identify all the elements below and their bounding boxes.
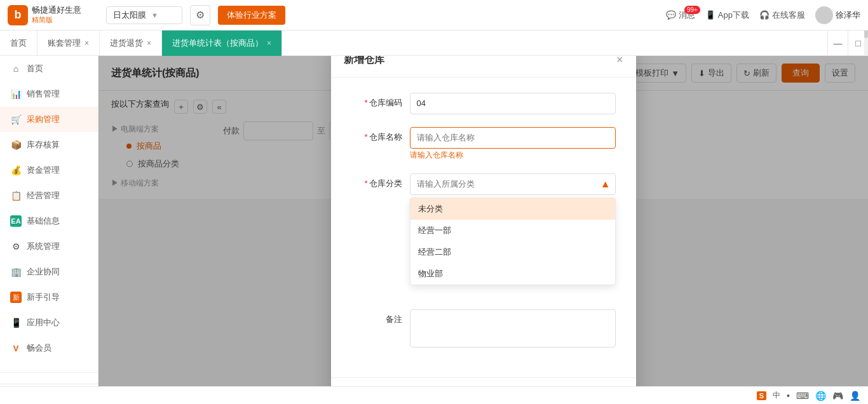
inventory-icon: 📦	[10, 139, 22, 151]
name-error-msg: 请输入仓库名称	[410, 150, 616, 161]
content-area: 进货单统计(按商品) 🖨 按模板打印 ▼ ⬇ 导出 ↻ 刷新 查询	[98, 56, 868, 404]
sidebar-divider	[0, 372, 98, 373]
status-keyboard-icon: ⌨	[796, 391, 809, 401]
tab-controls: — □	[827, 30, 868, 56]
sidebar-item-enterprise[interactable]: 🏢 企业协同	[0, 259, 98, 285]
gear-icon: ⚙	[196, 9, 205, 21]
sidebar-item-operations-label: 经营管理	[27, 190, 60, 201]
status-user-icon: 👤	[850, 391, 860, 401]
sidebar-item-system-label: 系统管理	[27, 241, 60, 252]
vip-icon: V	[10, 342, 22, 354]
sidebar-item-basic[interactable]: EA 基础信息	[0, 208, 98, 234]
status-gamepad-icon: 🎮	[832, 391, 843, 401]
form-row-code: 仓库编码	[351, 93, 616, 114]
top-right: 💬 消息 99+ 📱 App下载 🎧 在线客服 徐泽华	[666, 6, 860, 24]
status-icon-s: S	[757, 391, 766, 400]
home-icon: ⌂	[10, 63, 22, 74]
online-service-button[interactable]: 🎧 在线客服	[759, 10, 805, 21]
tab-purchase-return-label: 进货退货	[110, 37, 143, 49]
store-selector[interactable]: 日太阳膜 ▼	[106, 6, 182, 24]
code-input[interactable]	[410, 93, 616, 114]
sidebar-item-guide[interactable]: 新 新手引导	[0, 285, 98, 310]
sidebar-item-finance-label: 资金管理	[27, 165, 60, 176]
username: 徐泽华	[836, 10, 860, 21]
sales-icon: 📊	[10, 88, 22, 100]
logo-area: b 畅捷通好生意 精简版	[8, 5, 106, 25]
app-download-label: App下载	[718, 10, 749, 21]
sidebar-item-home-label: 首页	[27, 63, 43, 74]
tab-purchase-return[interactable]: 进货退货 ×	[100, 30, 162, 56]
store-name: 日太阳膜	[113, 10, 146, 21]
status-icon-dot: •	[787, 391, 790, 401]
code-field-wrap	[410, 93, 616, 114]
sidebar-item-vip-label: 畅会员	[27, 342, 51, 354]
sidebar-item-home[interactable]: ⌂ 首页	[0, 56, 98, 81]
status-globe-icon: 🌐	[815, 391, 826, 401]
notes-textarea[interactable]	[410, 309, 616, 347]
finance-icon: 💰	[10, 165, 22, 176]
tab-accounts[interactable]: 账套管理 ×	[37, 30, 100, 56]
avatar	[815, 6, 833, 24]
status-icon-zh: 中	[773, 390, 780, 401]
modal-header: 新增仓库 ×	[331, 56, 636, 77]
name-input[interactable]	[410, 127, 616, 149]
message-icon: 💬	[666, 10, 676, 20]
tab-home[interactable]: 首页	[0, 30, 37, 56]
form-row-name: 仓库名称 请输入仓库名称	[351, 127, 616, 161]
message-button[interactable]: 💬 消息 99+	[666, 10, 695, 21]
app-edition: 精简版	[32, 15, 81, 25]
sidebar-item-sales[interactable]: 📊 销售管理	[0, 81, 98, 107]
form-row-notes: 备注	[351, 309, 616, 349]
tab-accounts-label: 账套管理	[48, 37, 81, 49]
dropdown-item-ops1[interactable]: 经营一部	[410, 220, 615, 241]
message-badge: 99+	[684, 6, 700, 14]
dropdown-item-uncategorized[interactable]: 未分类	[410, 198, 615, 220]
status-bar: S 中 • ⌨ 🌐 🎮 👤	[0, 386, 868, 404]
category-input[interactable]	[410, 173, 616, 195]
main-layout: ⌂ 首页 📊 销售管理 🛒 采购管理 📦 库存核算 💰 资金管理 📋 经营管理 …	[0, 56, 868, 404]
store-arrow: ▼	[151, 11, 158, 19]
headset-icon: 🎧	[759, 10, 770, 20]
category-dropdown: 未分类 经营一部 经营二部 物业部	[410, 198, 616, 285]
category-field-wrap: ▲ 未分类 经营一部 经营二部	[410, 173, 616, 195]
app-name: 畅捷通好生意	[32, 5, 81, 16]
code-label: 仓库编码	[351, 93, 402, 109]
sidebar-item-apps-label: 应用中心	[27, 317, 60, 328]
sidebar-item-purchase[interactable]: 🛒 采购管理	[0, 107, 98, 132]
apps-icon: 📱	[10, 317, 22, 328]
sidebar-item-inventory[interactable]: 📦 库存核算	[0, 132, 98, 158]
tab-home-label: 首页	[10, 37, 27, 49]
top-bar: b 畅捷通好生意 精简版 日太阳膜 ▼ ⚙ 体验行业方案 💬 消息 99+ 📱 …	[0, 0, 868, 30]
basic-icon: EA	[10, 215, 22, 227]
tab-purchase-stats-label: 进货单统计表（按商品）	[172, 37, 263, 49]
sidebar-item-system[interactable]: ⚙ 系统管理	[0, 234, 98, 259]
gear-button[interactable]: ⚙	[190, 5, 210, 25]
sidebar-item-apps[interactable]: 📱 应用中心	[0, 310, 98, 335]
top-actions: ⚙ 体验行业方案	[190, 5, 285, 25]
sidebar-item-vip[interactable]: V 畅会员	[0, 335, 98, 361]
online-service-label: 在线客服	[772, 10, 805, 21]
form-row-category: 仓库分类 ▲ 未分类 经营一部	[351, 173, 616, 195]
user-profile[interactable]: 徐泽华	[815, 6, 860, 24]
name-label: 仓库名称	[351, 127, 402, 143]
notes-field-wrap	[410, 309, 616, 349]
app-download-icon: 📱	[705, 10, 715, 20]
guide-icon: 新	[10, 292, 22, 303]
new-warehouse-modal: 新增仓库 × 仓库编码 仓库名称	[331, 56, 636, 404]
tab-purchase-stats-close[interactable]: ×	[267, 39, 271, 48]
modal-close-button[interactable]: ×	[616, 56, 623, 67]
dropdown-item-property[interactable]: 物业部	[410, 263, 615, 285]
tab-purchase-return-close[interactable]: ×	[147, 39, 151, 48]
experience-button[interactable]: 体验行业方案	[218, 6, 285, 25]
dropdown-item-ops2[interactable]: 经营二部	[410, 241, 615, 263]
sidebar-item-operations[interactable]: 📋 经营管理	[0, 183, 98, 208]
tab-minimize[interactable]: —	[827, 30, 848, 56]
app-download-button[interactable]: 📱 App下载	[705, 10, 749, 21]
enterprise-icon: 🏢	[10, 266, 22, 278]
tab-accounts-close[interactable]: ×	[85, 39, 89, 48]
tab-purchase-stats[interactable]: 进货单统计表（按商品） ×	[162, 30, 282, 56]
category-arrow[interactable]: ▲	[600, 178, 611, 190]
system-icon: ⚙	[10, 241, 22, 252]
sidebar-item-finance[interactable]: 💰 资金管理	[0, 158, 98, 183]
sidebar-item-inventory-label: 库存核算	[27, 139, 60, 151]
